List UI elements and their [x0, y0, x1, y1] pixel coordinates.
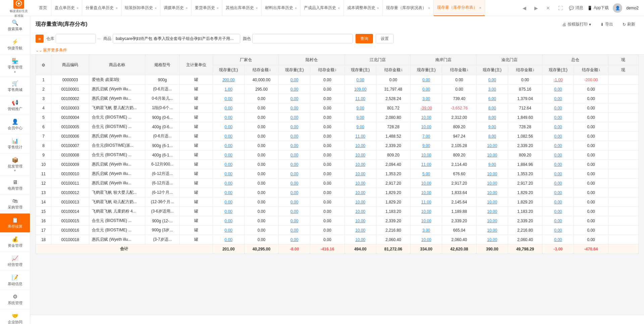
table-cell[interactable]: 0.00 — [279, 94, 310, 103]
cell-link[interactable]: 10.00 — [421, 190, 431, 195]
table-cell[interactable]: 10.00 — [344, 188, 376, 197]
sidebar-item-marketing[interactable]: 📢 营销推广 — [0, 96, 30, 115]
tab-6[interactable]: 其他出库单历史 × — [222, 0, 261, 16]
cell-link[interactable]: 0.00 — [225, 125, 232, 129]
table-cell[interactable]: 10.00 — [476, 235, 508, 244]
table-cell[interactable]: -39.00 — [411, 103, 442, 113]
table-cell[interactable]: 10.00 — [476, 188, 508, 197]
table-cell[interactable]: 10.00 — [344, 160, 376, 169]
table-cell[interactable]: 0.00 — [279, 197, 310, 207]
tab-2[interactable]: 分量盘点单历史 × — [82, 0, 121, 16]
table-cell[interactable]: 9.00 — [411, 141, 442, 150]
table-cell[interactable]: 10.00 — [476, 141, 508, 150]
cell-link[interactable]: 10.00 — [355, 181, 365, 186]
cell-link[interactable]: 10.00 — [355, 153, 365, 157]
table-cell[interactable]: 0.00 — [213, 113, 244, 122]
cell-link[interactable]: -39.00 — [421, 106, 432, 110]
color-input[interactable] — [252, 34, 353, 43]
table-cell[interactable]: 1.00 — [213, 85, 244, 94]
cell-link[interactable]: 11.00 — [355, 134, 365, 139]
table-cell[interactable]: 10.00 — [344, 207, 376, 216]
table-cell[interactable]: 10.00 — [476, 226, 508, 235]
filter-expand-btn[interactable]: » — [36, 35, 44, 43]
table-cell[interactable]: -1.00 — [542, 75, 574, 85]
close-tab-3[interactable]: × — [155, 6, 157, 10]
cell-link[interactable]: 0.00 — [290, 172, 298, 176]
cell-link[interactable]: 10.00 — [355, 143, 365, 148]
sidebar-item-base[interactable]: 📝 基础信息 — [0, 271, 30, 290]
table-cell[interactable]: 11.00 — [344, 132, 376, 141]
table-cell[interactable]: 0.00 — [542, 226, 574, 235]
table-cell[interactable]: 0.00 — [542, 141, 574, 150]
username[interactable]: demo2 — [626, 6, 639, 10]
cell-link[interactable]: 0.00 — [554, 209, 562, 214]
table-cell[interactable]: 10.00 — [344, 169, 376, 179]
cell-link[interactable]: 9.00 — [488, 125, 496, 129]
table-cell[interactable]: 9.00 — [476, 122, 508, 132]
tab-8[interactable]: 产成品入库单历史 × — [301, 0, 343, 16]
close-tab-8[interactable]: × — [338, 6, 340, 10]
table-cell[interactable]: 0.00 — [279, 103, 310, 113]
expand-more-btn[interactable]: ⌄⌄ 展开更多条件 — [36, 46, 639, 54]
cell-link[interactable]: 0.00 — [225, 219, 232, 223]
cell-link[interactable]: 10.00 — [487, 190, 497, 195]
cell-link[interactable]: 11.00 — [355, 96, 365, 101]
table-cell[interactable]: 0.00 — [279, 188, 310, 197]
table-cell[interactable]: 6.00 — [476, 94, 508, 103]
table-cell[interactable]: 10.00 — [476, 179, 508, 188]
table-cell[interactable]: 0.00 — [213, 216, 244, 226]
table-cell[interactable]: 11.00 — [411, 160, 442, 169]
cell-link[interactable]: 10.00 — [487, 172, 497, 176]
table-cell[interactable]: 0.00 — [213, 207, 244, 216]
table-cell[interactable]: 10.00 — [411, 122, 442, 132]
cell-link[interactable]: 0.00 — [554, 190, 562, 195]
table-cell[interactable]: 11.00 — [411, 197, 442, 207]
sidebar-item-search[interactable]: 🔍 搜索英单 — [0, 16, 30, 35]
cell-link[interactable]: 0.00 — [225, 162, 232, 167]
table-cell[interactable]: 0.00 — [542, 85, 574, 94]
cell-link[interactable]: 3.00 — [488, 87, 496, 92]
cell-link[interactable]: 0.00 — [290, 190, 298, 195]
table-cell[interactable]: 10.00 — [344, 141, 376, 150]
table-cell[interactable]: 0.00 — [279, 160, 310, 169]
cell-link[interactable]: 0.00 — [554, 153, 562, 157]
table-cell[interactable]: 0.00 — [213, 141, 244, 150]
sidebar-item-purchase[interactable]: 🛍 采购管理 — [0, 195, 30, 214]
cell-link[interactable]: 0.00 — [290, 200, 298, 204]
cell-link[interactable]: 0.00 — [290, 143, 298, 148]
cell-link[interactable]: 10.00 — [421, 209, 431, 214]
cell-link[interactable]: 0.00 — [290, 228, 298, 233]
cell-link[interactable]: 0.00 — [290, 237, 298, 242]
cell-link[interactable]: 10.00 — [421, 181, 431, 186]
cell-link[interactable]: 10.00 — [487, 219, 497, 223]
cell-link[interactable]: 0.00 — [225, 200, 232, 204]
cell-link[interactable]: 0.00 — [290, 125, 298, 129]
sidebar-item-corp[interactable]: 🤝 企业协同 — [0, 309, 30, 324]
cell-link[interactable]: 0.00 — [225, 209, 232, 214]
cell-link[interactable]: 11.00 — [421, 200, 431, 204]
table-cell[interactable]: 3.00 — [411, 226, 442, 235]
cell-link[interactable]: 10.00 — [487, 200, 497, 204]
cell-link[interactable]: 8.00 — [488, 115, 496, 120]
table-cell[interactable]: 3.00 — [476, 85, 508, 94]
table-cell[interactable]: 10.00 — [476, 216, 508, 226]
cell-link[interactable]: -1.00 — [553, 78, 562, 82]
user-avatar[interactable]: 👤 — [613, 3, 622, 13]
table-cell[interactable]: 5.00 — [411, 169, 442, 179]
cell-link[interactable]: 8.00 — [488, 134, 496, 139]
msg-btn[interactable]: 💬 消息 — [569, 5, 583, 11]
cell-link[interactable]: 0.00 — [225, 115, 232, 120]
cell-link[interactable]: 10.00 — [487, 209, 497, 214]
table-cell[interactable]: 0.00 — [344, 75, 376, 85]
sidebar-item-quick[interactable]: ⚡ 快捷导航 — [0, 35, 30, 54]
cell-link[interactable]: 10.00 — [355, 190, 365, 195]
cell-link[interactable]: 200.00 — [222, 78, 235, 82]
tab-expand[interactable]: ⛶ — [556, 5, 565, 11]
cell-link[interactable]: 0.00 — [554, 228, 562, 233]
table-cell[interactable]: 7.00 — [411, 132, 442, 141]
sidebar-item-retail-stat[interactable]: 📊 零售统计 — [0, 134, 30, 153]
cell-link[interactable]: 0.00 — [290, 153, 298, 157]
table-cell[interactable]: 0.00 — [279, 150, 310, 160]
cell-link[interactable]: 0.00 — [554, 237, 562, 242]
table-cell[interactable]: 10.00 — [344, 197, 376, 207]
